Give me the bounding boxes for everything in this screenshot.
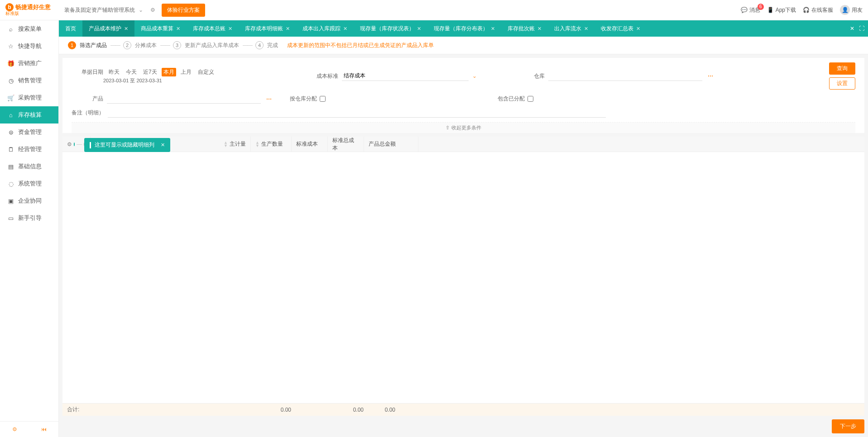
close-icon[interactable]: ✕ <box>161 142 165 148</box>
product-input[interactable] <box>107 94 261 104</box>
alloc-by-warehouse-checkbox[interactable] <box>320 96 326 102</box>
experience-button[interactable]: 体验行业方案 <box>162 4 205 17</box>
sidebar-icon: ⌂ <box>7 112 14 119</box>
system-select[interactable]: 装备及固定资产辅助管理系统 ⌄ ⚙ <box>64 6 155 14</box>
close-icon[interactable]: ✕ <box>343 26 347 32</box>
date-option[interactable]: 本月 <box>162 68 176 76</box>
close-icon[interactable]: ✕ <box>584 26 588 32</box>
tab-label: 收发存汇总表 <box>601 25 633 33</box>
tab[interactable]: 现存量（库存状况表）✕ <box>354 20 427 37</box>
system-name: 装备及固定资产辅助管理系统 <box>64 6 135 14</box>
tab-label: 产品成本维护 <box>89 25 121 33</box>
cost-standard-input[interactable] <box>342 71 469 81</box>
toggle-dot-icon <box>74 142 75 146</box>
tab[interactable]: 库存批次账✕ <box>501 20 548 37</box>
messages-badge: 6 <box>758 4 764 10</box>
date-label: 单据日期 <box>72 68 103 76</box>
sidebar-item[interactable]: ⌕搜索菜单 <box>0 20 58 38</box>
filter-panel: 单据日期 昨天今天近7天本月上月自定义 2023-03-01 至 2023-03… <box>62 58 864 133</box>
tab-label: 现存量（库存分布表） <box>434 25 488 33</box>
tab[interactable]: 产品成本维护✕ <box>82 20 134 37</box>
tab[interactable]: 商品成本重算✕ <box>134 20 187 37</box>
fullscreen-icon[interactable]: ⛶ <box>859 25 864 32</box>
tab[interactable]: 库存成本总账✕ <box>187 20 239 37</box>
table-column-header[interactable]: 产品总金额 <box>364 137 418 152</box>
gear-icon[interactable]: ⚙ <box>150 7 155 13</box>
warehouse-input[interactable] <box>548 71 702 81</box>
close-icon[interactable]: ✕ <box>228 26 232 32</box>
sidebar-icon: ⌕ <box>7 26 14 33</box>
tab-label: 商品成本重算 <box>141 25 173 33</box>
tab[interactable]: 现存量（库存分布表）✕ <box>427 20 501 37</box>
chevron-down-icon[interactable]: ⌄ <box>472 73 477 79</box>
tab-label: 库存批次账 <box>508 25 535 33</box>
collapse-filters-button[interactable]: ⇧ 收起更多条件 <box>72 122 855 133</box>
chevron-down-icon: ⌄ <box>139 7 143 13</box>
tab[interactable]: 收发存汇总表✕ <box>595 20 647 37</box>
customer-service-link[interactable]: 🎧 在线客服 <box>803 6 833 14</box>
messages-link[interactable]: 💬 消息 6 <box>741 6 760 14</box>
table: ⚙ — ▲▼主计量▲▼生产数量标准成本标准总成本产品总金额 这里可显示或隐藏明细… <box>62 137 864 416</box>
sidebar-item[interactable]: ▭新手引导 <box>0 209 58 227</box>
step-number: 3 <box>173 41 181 49</box>
close-icon[interactable]: ✕ <box>491 26 495 32</box>
date-range: 2023-03-01 至 2023-03-31 <box>103 77 162 84</box>
column-tooltip: 这里可显示或隐藏明细列 ✕ <box>84 138 170 152</box>
sidebar-item[interactable]: 🛒采购管理 <box>0 89 58 106</box>
sidebar-label: 库存核算 <box>18 111 42 119</box>
ellipsis-icon[interactable]: ⋯ <box>708 73 713 79</box>
date-option[interactable]: 近7天 <box>141 68 159 76</box>
query-button[interactable]: 查询 <box>829 62 855 75</box>
date-option[interactable]: 昨天 <box>107 68 121 76</box>
date-option[interactable]: 自定义 <box>196 68 216 76</box>
steps-bar: 1筛选产成品——2分摊成本——3更新产成品入库单成本——4完成 成本更新的范围中… <box>59 37 868 54</box>
tab[interactable]: 库存成本明细账✕ <box>239 20 296 37</box>
user-menu[interactable]: 👤 用友 <box>840 5 863 15</box>
date-option[interactable]: 上月 <box>179 68 193 76</box>
sidebar-item[interactable]: ◷销售管理 <box>0 72 58 89</box>
close-icon[interactable]: ✕ <box>417 26 421 32</box>
close-all-tabs-icon[interactable]: ✕ <box>850 25 854 32</box>
date-option[interactable]: 今天 <box>124 68 139 76</box>
ellipsis-icon[interactable]: ⋯ <box>266 96 272 102</box>
totals-val-1: 0.00 <box>353 407 364 413</box>
column-label: 标准成本 <box>296 140 318 148</box>
tab[interactable]: 出入库流水✕ <box>548 20 595 37</box>
sort-icon: ▲▼ <box>255 141 259 147</box>
step-label: 更新产成品入库单成本 <box>185 42 239 49</box>
column-label: 产品总金额 <box>369 140 396 148</box>
table-column-header[interactable]: ▲▼生产数量 <box>251 137 292 152</box>
sidebar-icon: ◌ <box>7 180 14 187</box>
sidebar-item[interactable]: 🎁营销推广 <box>0 55 58 72</box>
sidebar-item[interactable]: ⊜资金管理 <box>0 124 58 141</box>
sidebar-label: 资金管理 <box>18 128 42 136</box>
remark-input[interactable] <box>108 108 606 118</box>
sidebar-item[interactable]: 🗒经营管理 <box>0 141 58 158</box>
tooltip-text: 这里可显示或隐藏明细列 <box>95 141 154 149</box>
close-icon[interactable]: ✕ <box>124 26 128 32</box>
include-allocated-checkbox[interactable] <box>528 96 533 102</box>
tab[interactable]: 首页 <box>59 20 82 37</box>
close-icon[interactable]: ✕ <box>176 26 180 32</box>
sidebar-icon: ▭ <box>7 215 14 222</box>
app-download-link[interactable]: 📱 App下载 <box>767 6 796 14</box>
close-icon[interactable]: ✕ <box>636 26 640 32</box>
alloc-by-warehouse-label: 按仓库分配 <box>290 95 317 103</box>
gear-icon: ⚙ <box>67 141 72 147</box>
table-column-header[interactable]: 标准成本 <box>292 137 328 152</box>
headset-icon: 🎧 <box>803 7 810 13</box>
settings-button[interactable]: 设置 <box>829 77 855 90</box>
sidebar-item[interactable]: ▤基础信息 <box>0 158 58 175</box>
sidebar-item[interactable]: ☆快捷导航 <box>0 38 58 55</box>
collapse-sidebar-icon[interactable]: ⏮ <box>41 426 47 432</box>
tab[interactable]: 成本出入库跟踪✕ <box>296 20 354 37</box>
sidebar-item[interactable]: ◌系统管理 <box>0 175 58 192</box>
settings-icon[interactable]: ⚙ <box>12 426 17 432</box>
sidebar-item[interactable]: ⌂库存核算 <box>0 106 58 124</box>
close-icon[interactable]: ✕ <box>286 26 290 32</box>
sidebar-footer: ⚙ ⏮ <box>0 421 58 437</box>
table-column-header[interactable]: 标准总成本 <box>328 137 364 152</box>
next-step-button[interactable]: 下一步 <box>832 419 864 433</box>
close-icon[interactable]: ✕ <box>537 26 542 32</box>
sidebar-item[interactable]: ▣企业协同 <box>0 192 58 209</box>
